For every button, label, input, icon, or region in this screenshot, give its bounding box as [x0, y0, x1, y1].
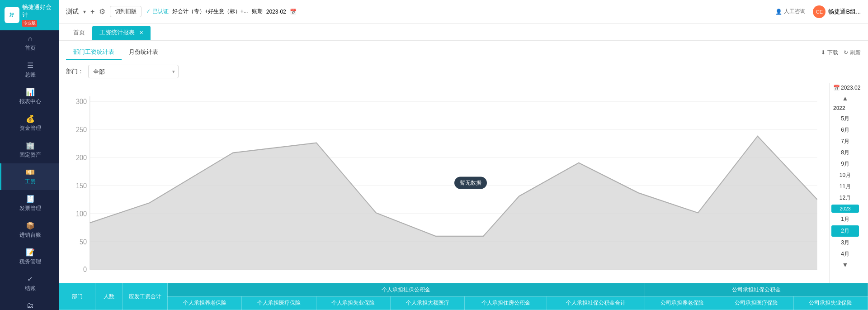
refresh-button[interactable]: ↻ 刷新: [844, 49, 861, 57]
switch-mode-button[interactable]: 切到旧版: [110, 6, 142, 17]
month-5[interactable]: 5月: [830, 113, 861, 124]
sidebar-item-sales[interactable]: 📦 进销台账: [0, 217, 59, 243]
title-dropdown[interactable]: ▾: [83, 9, 86, 15]
svg-text:200: 200: [76, 153, 87, 162]
help-button[interactable]: 👤 人工咨询: [775, 8, 806, 15]
sidebar-item-label: 工资: [25, 178, 36, 186]
dept-filter-wrapper: 全部 销售部 技术部 财务部 行政部 ▾: [88, 65, 179, 78]
sidebar-item-home[interactable]: ⌂ 首页: [0, 30, 59, 57]
account-tags: 好会计（专）+好生意（标）+...: [172, 8, 248, 15]
svg-text:100: 100: [76, 210, 87, 218]
chart-svg: 0 50 100 150 200 250 300: [66, 83, 829, 283]
month-9[interactable]: 9月: [830, 158, 861, 170]
month-10[interactable]: 10月: [830, 170, 861, 181]
sales-icon: 📦: [26, 221, 35, 230]
user-name: 畅捷通B组...: [828, 8, 861, 16]
settings-button[interactable]: ⚙: [99, 7, 105, 16]
col-company-pension: 公司承担养老保险: [645, 296, 719, 310]
sidebar-item-closing[interactable]: ✓ 结账: [0, 270, 59, 297]
sub-tab-month-label: 月份统计表: [129, 48, 158, 55]
period-label: 账期: [252, 8, 263, 15]
main-content: 测试 ▾ + ⚙ 切到旧版 ✓ 已认证 好会计（专）+好生意（标）+... 账期…: [59, 0, 868, 310]
month-6[interactable]: 6月: [830, 124, 861, 136]
month-2-active[interactable]: 2月: [831, 225, 859, 237]
sidebar-item-label: 报表中心: [19, 98, 41, 105]
next-year-button[interactable]: ▼: [830, 260, 861, 270]
certified-badge: ✓ 已认证: [146, 8, 168, 15]
ledger-icon: ☰: [27, 61, 33, 70]
sidebar-item-assets[interactable]: 🏢 固定资产: [0, 137, 59, 163]
month-8[interactable]: 8月: [830, 147, 861, 158]
sub-tab-dept-label: 部门工资统计表: [73, 48, 114, 55]
col-group-company: 公司承担社保公积金: [645, 283, 868, 297]
reports-icon: 📊: [26, 88, 35, 96]
calendar-icon[interactable]: 📅: [290, 9, 297, 15]
calendar-small-icon: 📅: [833, 85, 840, 91]
dept-select[interactable]: 全部 销售部 技术部 财务部 行政部: [88, 65, 179, 78]
sidebar-item-invoice[interactable]: 🧾 发票管理: [0, 190, 59, 217]
sidebar: 好 畅捷通好会计 专业版 ⌂ 首页 ☰ 总账 📊 报表中心 💰 资金管理 🏢 固…: [0, 0, 59, 310]
download-button[interactable]: ⬇ 下载: [821, 49, 838, 57]
col-dept: 部门: [59, 283, 95, 310]
tab-home[interactable]: 首页: [66, 26, 92, 40]
user-menu[interactable]: CE 畅捷通B组...: [813, 5, 861, 18]
col-personal-housing: 个人承担住房公积金: [465, 296, 547, 310]
col-personal-medical: 个人承担医疗保险: [242, 296, 316, 310]
help-icon: 👤: [775, 9, 782, 15]
svg-text:0: 0: [83, 266, 87, 274]
download-icon: ⬇: [821, 49, 826, 56]
salary-icon: 💴: [26, 168, 35, 176]
tab-close-button[interactable]: ✕: [139, 30, 143, 35]
sidebar-item-salary[interactable]: 💴 工资: [0, 163, 59, 190]
app-badge: 专业版: [22, 20, 37, 27]
content-area: 部门工资统计表 月份统计表 ⬇ 下载 ↻ 刷新 部门：: [59, 41, 868, 310]
month-12[interactable]: 12月: [830, 192, 861, 204]
page-title: 测试: [66, 8, 79, 16]
bottom-table: 部门 人数 应发工资合计 个人承担社保公积金 公司承担社保公积金 个人承担养老保…: [59, 283, 868, 310]
sidebar-item-tax[interactable]: 📝 税务管理: [0, 243, 59, 270]
col-salary: 应发工资合计: [123, 283, 168, 310]
chart-area: 0 50 100 150 200 250 300 暂无数据: [66, 83, 829, 283]
month-7[interactable]: 7月: [830, 136, 861, 147]
sidebar-item-label: 进销台账: [19, 231, 41, 239]
col-personal-total: 个人承担社保公积金合计: [547, 296, 645, 310]
col-company-unemployment: 公司承担失业保险: [793, 296, 868, 310]
assets-icon: 🏢: [26, 141, 35, 150]
funds-icon: 💰: [26, 114, 35, 123]
month-11[interactable]: 11月: [830, 181, 861, 192]
date-picker-header: 📅 2023.02: [830, 83, 861, 93]
tax-icon: 📝: [26, 248, 35, 257]
sidebar-item-reports[interactable]: 📊 报表中心: [0, 83, 59, 110]
month-3[interactable]: 3月: [830, 237, 861, 248]
month-4[interactable]: 4月: [830, 248, 861, 260]
prev-year-label: 2022: [830, 103, 861, 113]
dept-filter-label: 部门：: [66, 67, 84, 76]
sub-tab-dept[interactable]: 部门工资统计表: [66, 45, 122, 60]
prev-year-button[interactable]: ▲: [830, 93, 861, 103]
sidebar-item-funds[interactable]: 💰 资金管理: [0, 110, 59, 137]
sidebar-item-label: 发票管理: [19, 205, 41, 212]
sidebar-logo: 好 畅捷通好会计 专业版: [0, 0, 59, 30]
tabbar: 首页 工资统计报表 ✕: [59, 24, 868, 41]
col-group-personal: 个人承担社保公积金: [168, 283, 645, 297]
refresh-icon: ↻: [844, 49, 848, 56]
sub-tab-month[interactable]: 月份统计表: [122, 45, 165, 60]
col-personal-pension: 个人承担养老保险: [168, 296, 242, 310]
topbar: 测试 ▾ + ⚙ 切到旧版 ✓ 已认证 好会计（专）+好生意（标）+... 账期…: [59, 0, 868, 24]
date-picker-nav-bottom: ▼: [830, 260, 861, 270]
sidebar-item-label: 结账: [25, 285, 36, 292]
sidebar-item-ledger[interactable]: ☰ 总账: [0, 57, 59, 83]
status-group: ✓ 已认证 好会计（专）+好生意（标）+... 账期 2023-02 📅: [146, 8, 296, 15]
sub-tabs-left: 部门工资统计表 月份统计表: [66, 45, 165, 60]
sub-tabs-right: ⬇ 下载 ↻ 刷新: [821, 49, 861, 57]
sidebar-item-archive[interactable]: 🗂 归档管理: [0, 297, 59, 310]
sidebar-item-label: 总账: [25, 71, 36, 79]
user-avatar: CE: [813, 5, 826, 18]
month-1[interactable]: 1月: [830, 214, 861, 225]
period-value: 2023-02: [266, 9, 286, 15]
col-company-medical: 公司承担医疗保险: [719, 296, 793, 310]
add-button[interactable]: +: [90, 8, 94, 16]
tab-salary-report[interactable]: 工资统计报表 ✕: [92, 26, 151, 40]
svg-text:250: 250: [76, 125, 87, 134]
sidebar-item-label: 资金管理: [19, 124, 41, 132]
